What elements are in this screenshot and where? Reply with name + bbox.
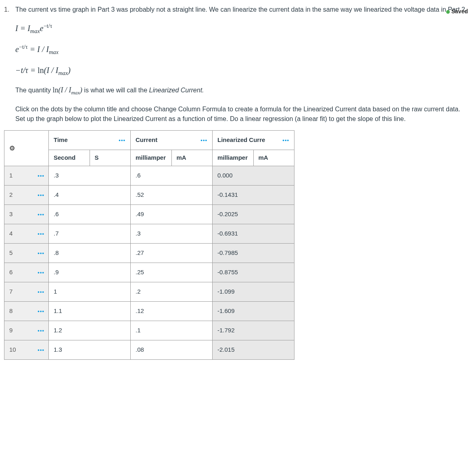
cell-time[interactable]: 1	[49, 282, 131, 302]
cell-linearized[interactable]: -0.1431	[213, 186, 294, 205]
row-index-cell[interactable]: 2•••	[4, 186, 49, 205]
col-menu-linearized-icon[interactable]: •••	[282, 136, 289, 144]
equation-1: I = Imaxe−t/τ	[15, 22, 468, 35]
cell-time[interactable]: .9	[49, 263, 131, 282]
linearized-definition: The quantity ln(I / Imax) is what we wil…	[15, 85, 468, 96]
cell-time[interactable]: .6	[49, 205, 131, 224]
col-header-time-label: Time	[54, 136, 68, 143]
col-header-time[interactable]: Time •••	[49, 131, 131, 150]
row-index-cell[interactable]: 6•••	[4, 263, 49, 282]
question-number: 1.	[4, 5, 13, 15]
table-settings-cell[interactable]: ⚙	[4, 131, 49, 166]
row-menu-icon[interactable]: •••	[38, 288, 44, 296]
cell-time[interactable]: .4	[49, 186, 131, 205]
cell-current[interactable]: .25	[131, 263, 213, 282]
row-menu-icon[interactable]: •••	[38, 307, 44, 315]
cell-current[interactable]: .08	[131, 340, 213, 360]
cell-time[interactable]: .8	[49, 244, 131, 263]
table-row: 6•••.9.25-0.8755	[4, 263, 294, 282]
cell-current[interactable]: .27	[131, 244, 213, 263]
table-row: 10•••1.3.08-2.015	[4, 340, 294, 360]
row-menu-icon[interactable]: •••	[38, 172, 44, 180]
cell-time[interactable]: 1.3	[49, 340, 131, 360]
cell-linearized[interactable]: -0.6931	[213, 224, 294, 244]
row-index-cell[interactable]: 9•••	[4, 321, 49, 340]
data-table: ⚙ Time ••• Current ••• Linearized Curre …	[4, 130, 294, 360]
cell-current[interactable]: .3	[131, 224, 213, 244]
cell-time[interactable]: 1.2	[49, 321, 131, 340]
cell-current[interactable]: .1	[131, 321, 213, 340]
cell-current[interactable]: .2	[131, 282, 213, 302]
col-menu-time-icon[interactable]: •••	[119, 136, 125, 144]
row-menu-icon[interactable]: •••	[38, 269, 44, 277]
gear-icon[interactable]: ⚙	[9, 145, 15, 152]
row-index-cell[interactable]: 3•••	[4, 205, 49, 224]
row-menu-icon[interactable]: •••	[38, 346, 44, 354]
col-header-current[interactable]: Current •••	[131, 131, 213, 150]
table-row: 9•••1.2.1-1.792	[4, 321, 294, 340]
cell-linearized[interactable]: -1.099	[213, 282, 294, 302]
row-menu-icon[interactable]: •••	[38, 211, 44, 219]
row-index-cell[interactable]: 7•••	[4, 282, 49, 302]
equation-2: e−t/τ = I / Imax	[15, 43, 468, 56]
row-menu-icon[interactable]: •••	[38, 327, 44, 335]
lc-name: Linearized Current.	[149, 87, 204, 94]
cell-linearized[interactable]: -0.7985	[213, 244, 294, 263]
table-row: 1•••.3.60.000	[4, 166, 294, 186]
lc-pre: The quantity	[15, 87, 53, 94]
unit-lin-name: milliamper	[213, 150, 254, 166]
table-row: 5•••.8.27-0.7985	[4, 244, 294, 263]
table-row: 8•••1.1.12-1.609	[4, 302, 294, 321]
row-index-cell[interactable]: 5•••	[4, 244, 49, 263]
lc-post: is what we will call the	[82, 87, 149, 94]
row-menu-icon[interactable]: •••	[38, 249, 44, 257]
row-menu-icon[interactable]: •••	[38, 230, 44, 238]
saved-label: Saved	[451, 8, 468, 15]
table-row: 3•••.6.49-0.2025	[4, 205, 294, 224]
unit-time-name: Second	[49, 150, 90, 166]
cell-current[interactable]: .12	[131, 302, 213, 321]
question-block: Saved 1. The current vs time graph in Pa…	[4, 5, 468, 124]
table-row: 4•••.7.3-0.6931	[4, 224, 294, 244]
instructions-paragraph: Click on the dots by the column title an…	[15, 104, 468, 124]
equation-3: −t/τ = ln(I / Imax)	[15, 64, 468, 78]
col-menu-current-icon[interactable]: •••	[200, 136, 207, 144]
cell-current[interactable]: .49	[131, 205, 213, 224]
row-index-cell[interactable]: 1•••	[4, 166, 49, 186]
cell-current[interactable]: .52	[131, 186, 213, 205]
row-menu-icon[interactable]: •••	[38, 191, 44, 199]
saved-dot-icon	[446, 10, 450, 14]
question-content: The current vs time graph in Part 3 was …	[15, 5, 468, 124]
table-row: 7•••1.2-1.099	[4, 282, 294, 302]
unit-current-name: milliamper	[131, 150, 172, 166]
col-header-linearized[interactable]: Linearized Curre •••	[213, 131, 294, 150]
unit-current-abbr: mA	[171, 150, 213, 166]
cell-linearized[interactable]: 0.000	[213, 166, 294, 186]
row-index-cell[interactable]: 10•••	[4, 340, 49, 360]
table-row: 2•••.4.52-0.1431	[4, 186, 294, 205]
cell-time[interactable]: 1.1	[49, 302, 131, 321]
cell-linearized[interactable]: -0.2025	[213, 205, 294, 224]
cell-linearized[interactable]: -1.609	[213, 302, 294, 321]
cell-time[interactable]: .3	[49, 166, 131, 186]
cell-linearized[interactable]: -1.792	[213, 321, 294, 340]
cell-linearized[interactable]: -0.8755	[213, 263, 294, 282]
unit-lin-abbr: mA	[253, 150, 294, 166]
row-index-cell[interactable]: 4•••	[4, 224, 49, 244]
intro-paragraph: The current vs time graph in Part 3 was …	[15, 5, 468, 15]
unit-time-abbr: S	[90, 150, 131, 166]
saved-indicator: Saved	[446, 7, 468, 16]
table-header-row: ⚙ Time ••• Current ••• Linearized Curre …	[4, 131, 294, 150]
row-index-cell[interactable]: 8•••	[4, 302, 49, 321]
cell-current[interactable]: .6	[131, 166, 213, 186]
cell-time[interactable]: .7	[49, 224, 131, 244]
col-header-current-label: Current	[136, 136, 157, 143]
col-header-linearized-label: Linearized Curre	[217, 136, 265, 143]
cell-linearized[interactable]: -2.015	[213, 340, 294, 360]
